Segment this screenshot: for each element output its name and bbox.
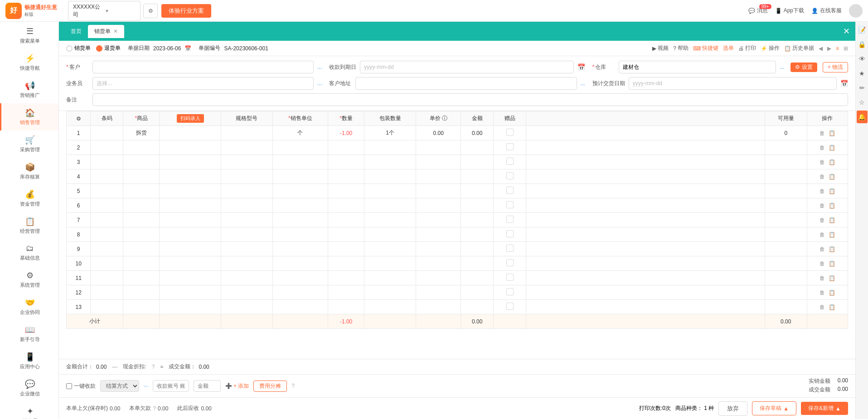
far-right-eye-btn[interactable]: 👁: [857, 53, 868, 65]
tab-sales-order[interactable]: 销货单 ✕: [88, 25, 124, 38]
row-barcode[interactable]: [91, 155, 123, 169]
expense-btn[interactable]: 费用分摊: [253, 380, 287, 392]
row-quantity[interactable]: [328, 271, 364, 285]
row-barcode[interactable]: [91, 285, 123, 300]
row-pack-qty[interactable]: 1个: [364, 126, 416, 140]
row-spec[interactable]: [221, 300, 272, 314]
app-download-btn[interactable]: 📱 App下载: [775, 7, 804, 14]
copy-icon[interactable]: 📋: [829, 231, 835, 238]
row-amount[interactable]: [461, 256, 494, 271]
payment-account-input[interactable]: [153, 380, 189, 392]
row-quantity[interactable]: [328, 227, 364, 242]
sidebar-item-marketing[interactable]: 📢 营销推广: [0, 76, 58, 103]
gift-checkbox[interactable]: [506, 259, 514, 266]
tab-home[interactable]: 首页: [64, 25, 88, 38]
gift-checkbox[interactable]: [506, 201, 514, 208]
row-pack-qty[interactable]: [364, 227, 416, 242]
select-btn[interactable]: 选单: [723, 44, 734, 52]
history-btn[interactable]: 📋历史单据: [784, 44, 814, 52]
row-price[interactable]: [416, 169, 461, 184]
delete-icon[interactable]: 🗑: [820, 188, 825, 194]
row-product[interactable]: 拆货: [123, 126, 160, 140]
video-btn[interactable]: ▶视频: [652, 44, 669, 52]
sidebar-item-appstore[interactable]: 📱 应用中心: [0, 347, 58, 375]
row-unit[interactable]: [272, 242, 328, 256]
row-gift[interactable]: [494, 256, 526, 271]
row-price[interactable]: [416, 285, 461, 300]
row-unit[interactable]: [272, 213, 328, 227]
row-unit[interactable]: [272, 184, 328, 198]
th-scan[interactable]: 扫码录入: [160, 111, 221, 126]
far-right-note-btn[interactable]: 📝: [857, 24, 868, 36]
row-unit[interactable]: [272, 198, 328, 213]
remark-input[interactable]: [92, 93, 848, 106]
warehouse-dots[interactable]: ...: [780, 64, 784, 70]
logistics-btn[interactable]: + 物流: [823, 62, 848, 72]
gift-checkbox[interactable]: [506, 303, 514, 310]
gift-checkbox[interactable]: [506, 274, 514, 281]
one-click-payment-checkbox[interactable]: 一键收款: [66, 382, 96, 390]
expected-date-input[interactable]: yyyy-mm-dd: [629, 77, 837, 90]
row-quantity[interactable]: [328, 242, 364, 256]
help-btn[interactable]: ?帮助: [673, 44, 689, 52]
row-spec[interactable]: [221, 155, 272, 169]
abandon-button[interactable]: 放弃: [718, 401, 747, 416]
row-spec[interactable]: [221, 198, 272, 213]
row-product[interactable]: [123, 198, 160, 213]
row-spec[interactable]: [221, 213, 272, 227]
trial-button[interactable]: 体验行业方案: [161, 4, 211, 18]
sidebar-item-basic[interactable]: 🗂 基础信息: [0, 239, 58, 266]
sidebar-item-inventory[interactable]: 📦 库存核算: [0, 158, 58, 185]
row-amount[interactable]: [461, 155, 494, 169]
row-gift[interactable]: [494, 300, 526, 314]
gift-checkbox[interactable]: [506, 230, 514, 237]
row-pack-qty[interactable]: [364, 184, 416, 198]
row-pack-qty[interactable]: [364, 256, 416, 271]
far-right-pen-btn[interactable]: ✏: [857, 82, 868, 94]
row-barcode[interactable]: [91, 256, 123, 271]
row-quantity[interactable]: [328, 198, 364, 213]
far-right-lock-btn[interactable]: 🔒: [857, 38, 868, 51]
delete-icon[interactable]: 🗑: [820, 159, 825, 165]
row-spec[interactable]: [221, 169, 272, 184]
row-barcode[interactable]: [91, 227, 123, 242]
copy-icon[interactable]: 📋: [829, 217, 835, 223]
shortcut-btn[interactable]: ⌨快捷键: [693, 44, 718, 52]
calendar-icon-payment[interactable]: 📅: [577, 63, 585, 71]
save-draft-button[interactable]: 保存草稿 ▲: [752, 401, 796, 415]
delete-icon[interactable]: 🗑: [820, 304, 825, 310]
delete-icon[interactable]: 🗑: [820, 260, 825, 267]
copy-icon[interactable]: 📋: [829, 130, 835, 136]
sidebar-item-purchase[interactable]: 🛒 采购管理: [0, 130, 58, 158]
one-click-payment-input[interactable]: [66, 383, 72, 389]
delete-icon[interactable]: 🗑: [820, 246, 825, 252]
copy-icon[interactable]: 📋: [829, 289, 835, 296]
gift-checkbox[interactable]: [506, 129, 514, 136]
far-right-star-btn[interactable]: ★: [857, 67, 868, 80]
delete-icon[interactable]: 🗑: [820, 231, 825, 238]
row-spec[interactable]: [221, 285, 272, 300]
row-amount[interactable]: [461, 184, 494, 198]
copy-icon[interactable]: 📋: [829, 275, 835, 281]
copy-icon[interactable]: 📋: [829, 246, 835, 252]
sidebar-item-enterprise[interactable]: 🤝 企业协同: [0, 293, 58, 320]
row-gift[interactable]: [494, 184, 526, 198]
row-amount[interactable]: [461, 285, 494, 300]
copy-icon[interactable]: 📋: [829, 159, 835, 165]
sidebar-item-guide[interactable]: 📖 新手引导: [0, 320, 58, 347]
row-price[interactable]: [416, 227, 461, 242]
row-quantity[interactable]: [328, 213, 364, 227]
row-pack-qty[interactable]: [364, 169, 416, 184]
sidebar-item-system[interactable]: ⚙ 系统管理: [0, 266, 58, 293]
row-gift[interactable]: [494, 169, 526, 184]
delete-icon[interactable]: 🗑: [820, 130, 825, 136]
save-new-button[interactable]: 保存&新增 ▲: [801, 402, 848, 415]
company-selector[interactable]: XXXXXX公司 ▾: [68, 1, 141, 21]
row-pack-qty[interactable]: [364, 213, 416, 227]
row-product[interactable]: [123, 242, 160, 256]
row-barcode[interactable]: [91, 213, 123, 227]
row-amount[interactable]: [461, 242, 494, 256]
row-gift[interactable]: [494, 242, 526, 256]
copy-icon[interactable]: 📋: [829, 173, 835, 180]
expense-help-icon[interactable]: ?: [291, 383, 295, 389]
